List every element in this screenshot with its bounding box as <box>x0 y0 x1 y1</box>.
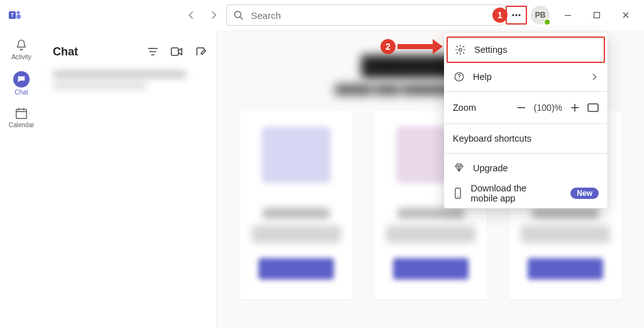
presence-indicator-icon <box>543 18 551 26</box>
chat-title: Chat <box>53 45 138 59</box>
more-options-button[interactable] <box>506 6 527 25</box>
rail-label: Activity <box>11 54 31 60</box>
svg-point-2 <box>16 11 19 14</box>
annotation-arrow-icon <box>397 44 434 49</box>
nav-forward-button[interactable] <box>204 5 224 25</box>
menu-label: Help <box>473 72 492 82</box>
menu-item-download-mobile[interactable]: Download the mobile app New <box>444 181 608 206</box>
avatar[interactable]: PB <box>531 6 550 25</box>
nav-back-button[interactable] <box>181 5 201 25</box>
more-options-menu: Settings Help Zoom (100)% Keyboard short <box>444 33 608 208</box>
meet-now-button[interactable] <box>168 43 186 60</box>
svg-rect-21 <box>574 104 575 111</box>
window-minimize-button[interactable] <box>553 5 582 25</box>
welcome-card[interactable] <box>240 111 352 300</box>
search-icon <box>233 10 243 20</box>
card-action-button[interactable] <box>528 258 603 280</box>
svg-point-24 <box>457 196 458 198</box>
rail-chat[interactable]: Chat <box>3 67 40 99</box>
window-close-button[interactable] <box>611 5 640 25</box>
rail-label: Chat <box>14 89 28 96</box>
menu-separator <box>444 123 608 124</box>
left-rail: Activity Chat Calendar <box>0 30 43 328</box>
fullscreen-button[interactable] <box>587 103 599 112</box>
svg-point-18 <box>458 79 460 80</box>
svg-point-6 <box>512 14 514 16</box>
chat-icon <box>13 71 30 88</box>
bell-icon <box>14 38 28 52</box>
svg-point-4 <box>235 11 241 18</box>
history-nav <box>181 5 224 25</box>
menu-label: Settings <box>474 45 507 55</box>
menu-item-help[interactable]: Help <box>444 64 608 89</box>
diamond-icon <box>453 162 465 174</box>
svg-rect-10 <box>594 13 600 18</box>
filter-button[interactable] <box>144 43 162 60</box>
zoom-out-button[interactable] <box>516 103 526 113</box>
title-bar: T PB <box>0 0 644 30</box>
window-maximize-button[interactable] <box>582 5 611 25</box>
new-badge: New <box>570 188 599 199</box>
svg-rect-9 <box>565 15 571 16</box>
new-chat-button[interactable] <box>192 43 209 60</box>
menu-label: Keyboard shortcuts <box>453 133 531 144</box>
chat-list-panel: Chat <box>43 30 218 328</box>
svg-rect-3 <box>16 14 21 19</box>
menu-label: Download the mobile app <box>470 183 555 203</box>
svg-point-8 <box>518 14 520 16</box>
card-action-button[interactable] <box>258 258 334 280</box>
svg-point-7 <box>515 14 517 16</box>
menu-item-settings[interactable]: Settings <box>447 37 605 63</box>
svg-rect-11 <box>16 109 27 118</box>
svg-text:T: T <box>11 12 14 18</box>
chevron-right-icon <box>590 72 599 81</box>
gear-icon <box>454 44 467 55</box>
chat-list-item[interactable] <box>53 71 209 107</box>
menu-item-keyboard-shortcuts[interactable]: Keyboard shortcuts <box>444 126 608 151</box>
zoom-label: Zoom <box>453 103 476 113</box>
svg-rect-15 <box>172 48 179 55</box>
calendar-icon <box>14 106 28 120</box>
rail-activity[interactable]: Activity <box>3 33 40 65</box>
zoom-in-button[interactable] <box>570 103 580 113</box>
window-controls <box>553 5 640 25</box>
annotation-step-2: 2 <box>380 39 396 54</box>
menu-separator <box>444 91 608 92</box>
menu-separator <box>444 153 608 154</box>
teams-app-icon: T <box>5 5 25 25</box>
menu-label: Upgrade <box>473 163 508 173</box>
chat-list-header: Chat <box>53 38 209 65</box>
rail-label: Calendar <box>9 122 35 128</box>
search-input[interactable] <box>250 9 496 21</box>
svg-rect-19 <box>518 107 525 108</box>
menu-item-upgrade[interactable]: Upgrade <box>444 156 608 181</box>
search-box[interactable] <box>226 4 503 26</box>
annotation-step-1: 1 <box>492 8 508 23</box>
rail-calendar[interactable]: Calendar <box>3 101 40 133</box>
svg-rect-22 <box>588 104 598 111</box>
svg-point-16 <box>459 48 462 52</box>
avatar-initials: PB <box>535 11 546 20</box>
card-action-button[interactable] <box>393 258 469 280</box>
zoom-percent: (100)% <box>534 103 562 113</box>
mobile-icon <box>453 188 463 199</box>
help-icon <box>453 71 465 82</box>
menu-item-zoom: Zoom (100)% <box>444 94 608 122</box>
svg-line-5 <box>240 17 243 20</box>
